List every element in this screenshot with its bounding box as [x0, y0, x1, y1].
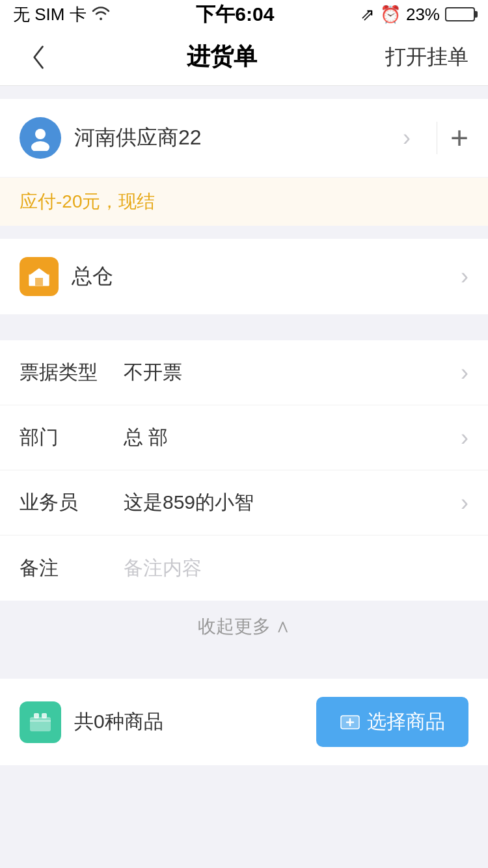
warehouse-name: 总仓	[72, 262, 461, 291]
add-supplier-button[interactable]: +	[450, 122, 468, 154]
collapse-button[interactable]: 收起更多 ∧	[0, 601, 488, 653]
page-background	[0, 765, 488, 868]
product-count: 共0种商品	[74, 709, 303, 735]
svg-rect-5	[34, 713, 39, 718]
supplier-section: 河南供应商22 + 应付-20元，现结	[0, 99, 488, 226]
notice-bar: 应付-20元，现结	[0, 178, 488, 226]
alarm-icon: ⏰	[380, 5, 401, 25]
warehouse-chevron	[461, 263, 468, 290]
battery-percent: 23%	[406, 5, 440, 25]
collapse-label: 收起更多 ∧	[198, 614, 291, 639]
page-title: 进货单	[187, 41, 257, 73]
select-product-button[interactable]: 选择商品	[316, 697, 468, 747]
supplier-avatar	[20, 117, 61, 159]
product-icon	[20, 701, 61, 743]
section-gap-2	[0, 226, 488, 239]
notice-text: 应付-20元，现结	[20, 191, 155, 211]
svg-rect-3	[29, 274, 49, 286]
salesperson-row[interactable]: 业务员 这是859的小智	[0, 470, 488, 536]
remark-row[interactable]: 备注 备注内容	[0, 536, 488, 601]
remark-label: 备注	[20, 555, 111, 582]
warehouse-icon	[20, 257, 59, 296]
invoice-type-value: 不开票	[111, 359, 461, 386]
location-icon: ⇗	[360, 5, 375, 25]
svg-rect-6	[42, 713, 47, 718]
warehouse-section[interactable]: 总仓	[0, 239, 488, 314]
supplier-row[interactable]: 河南供应商22 +	[0, 99, 488, 178]
open-pending-button[interactable]: 打开挂单	[385, 43, 468, 72]
section-gap-4	[0, 653, 488, 666]
department-row[interactable]: 部门 总 部	[0, 405, 488, 470]
remark-input[interactable]: 备注内容	[111, 555, 468, 582]
battery-icon	[445, 7, 475, 21]
carrier-text: 无 SIM 卡	[13, 3, 87, 26]
svg-point-1	[31, 141, 49, 151]
vertical-divider	[437, 122, 437, 154]
section-gap-1	[0, 86, 488, 99]
bottom-section: 共0种商品 选择商品	[0, 679, 488, 765]
invoice-type-row[interactable]: 票据类型 不开票	[0, 340, 488, 405]
salesperson-value: 这是859的小智	[111, 489, 461, 516]
warehouse-row[interactable]: 总仓	[0, 239, 488, 314]
salesperson-label: 业务员	[20, 489, 111, 516]
status-bar: 无 SIM 卡 下午6:04 ⇗ ⏰ 23%	[0, 0, 488, 29]
department-arrow	[461, 424, 468, 452]
select-product-label: 选择商品	[367, 709, 445, 735]
department-label: 部门	[20, 424, 111, 451]
wifi-icon	[92, 5, 110, 25]
supplier-name: 河南供应商22	[74, 124, 403, 152]
invoice-type-arrow	[461, 359, 468, 387]
form-section: 票据类型 不开票 部门 总 部 业务员 这是859的小智 备注 备注内容	[0, 340, 488, 601]
status-carrier: 无 SIM 卡	[13, 3, 110, 26]
svg-rect-4	[30, 717, 51, 731]
section-gap-3	[0, 314, 488, 327]
salesperson-arrow	[461, 489, 468, 517]
department-value: 总 部	[111, 424, 461, 451]
svg-point-0	[35, 129, 46, 139]
invoice-type-label: 票据类型	[20, 359, 111, 386]
nav-bar: 进货单 打开挂单	[0, 29, 488, 86]
status-time: 下午6:04	[196, 1, 274, 28]
status-indicators: ⇗ ⏰ 23%	[360, 5, 475, 25]
back-button[interactable]	[20, 38, 59, 77]
supplier-chevron	[403, 124, 411, 152]
